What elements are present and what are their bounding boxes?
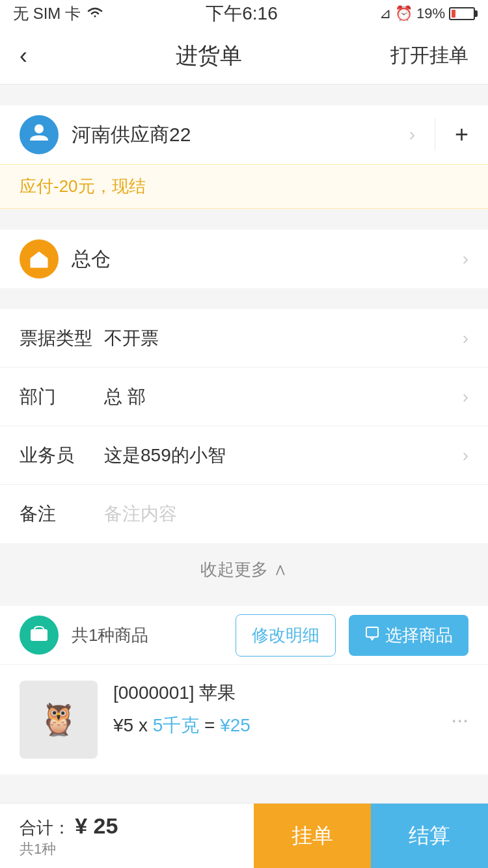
- svg-rect-2: [366, 627, 378, 637]
- warehouse-row[interactable]: 总仓 ›: [0, 230, 488, 288]
- product-more-button[interactable]: ···: [451, 708, 468, 732]
- supplier-avatar: [20, 115, 59, 154]
- salesperson-value: 这是859的小智: [104, 443, 463, 468]
- product-thumbnail: 🦉: [20, 681, 98, 759]
- product-price: ¥5 x 5千克 = ¥25: [113, 713, 435, 738]
- owl-icon: 🦉: [39, 701, 78, 738]
- product-name: [0000001] 苹果: [113, 681, 435, 705]
- notice-text: 应付-20元，现结: [20, 176, 146, 196]
- battery-percent: 19%: [416, 5, 445, 22]
- supplier-section: 河南供应商22 › + 应付-20元，现结: [0, 105, 488, 209]
- hold-button[interactable]: 挂单: [254, 804, 371, 868]
- supplier-name: 河南供应商22: [72, 122, 409, 148]
- total-line: 合计： ¥ 25: [20, 813, 254, 839]
- status-time: 下午6:16: [206, 1, 278, 26]
- dept-label: 部门: [20, 385, 104, 409]
- supplier-add-button[interactable]: +: [455, 121, 468, 148]
- status-bar: 无 SIM 卡 下午6:16 ⊿ ⏰ 19%: [0, 0, 488, 27]
- invoice-chevron-icon: ›: [463, 328, 468, 349]
- divider-2: [0, 209, 488, 219]
- collapse-label: 收起更多 ∧: [200, 558, 287, 581]
- invoice-row[interactable]: 票据类型 不开票 ›: [0, 309, 488, 368]
- divider-3: [0, 288, 488, 299]
- alarm-icon: ⏰: [395, 5, 413, 22]
- product-id: [0000001]: [113, 683, 199, 703]
- product-item: 🦉 [0000001] 苹果 ¥5 x 5千克 = ¥25 ···: [0, 664, 488, 774]
- remark-label: 备注: [20, 502, 104, 526]
- dept-value: 总 部: [104, 385, 463, 409]
- supplier-chevron-icon: ›: [409, 124, 415, 145]
- product-info: [0000001] 苹果 ¥5 x 5千克 = ¥25: [113, 681, 435, 738]
- salesperson-label: 业务员: [20, 443, 104, 468]
- supplier-divider: [435, 118, 435, 151]
- open-hold-button[interactable]: 打开挂单: [390, 42, 468, 69]
- salesperson-row[interactable]: 业务员 这是859的小智 ›: [0, 426, 488, 485]
- supplier-row[interactable]: 河南供应商22 › +: [0, 105, 488, 164]
- page-title: 进货单: [176, 41, 242, 71]
- remark-input[interactable]: 备注内容: [104, 502, 468, 526]
- wifi-icon: [86, 5, 104, 23]
- nav-bar: ‹ 进货单 打开挂单: [0, 27, 488, 85]
- equals-sign: =: [204, 715, 220, 735]
- total-amount: ¥ 25: [75, 813, 118, 838]
- product-total: ¥25: [220, 715, 251, 735]
- cart-icon-wrap: [20, 616, 59, 655]
- products-header: 共1种商品 修改明细 选择商品: [0, 606, 488, 664]
- salesperson-chevron-icon: ›: [463, 445, 468, 466]
- svg-rect-1: [31, 629, 47, 641]
- collapse-bar[interactable]: 收起更多 ∧: [0, 543, 488, 595]
- notice-bar: 应付-20元，现结: [0, 164, 488, 209]
- products-section: 共1种商品 修改明细 选择商品 🦉 [0000001] 苹果 ¥5 x: [0, 606, 488, 774]
- warehouse-section: 总仓 ›: [0, 230, 488, 288]
- divider-4: [0, 595, 488, 606]
- carrier-label: 无 SIM 卡: [13, 3, 81, 24]
- dept-row[interactable]: 部门 总 部 ›: [0, 368, 488, 426]
- battery-icon: [449, 7, 475, 20]
- product-title: 苹果: [199, 683, 236, 703]
- bottom-total: 合计： ¥ 25 共1种: [0, 804, 254, 868]
- divider-top: [0, 85, 488, 95]
- edit-detail-button[interactable]: 修改明细: [236, 614, 336, 657]
- total-sub: 共1种: [20, 839, 254, 859]
- svg-point-0: [34, 124, 44, 133]
- dept-chevron-icon: ›: [463, 387, 468, 407]
- bottom-bar: 合计： ¥ 25 共1种 挂单 结算: [0, 803, 488, 868]
- select-icon: [364, 625, 380, 645]
- invoice-label: 票据类型: [20, 326, 104, 351]
- location-icon: ⊿: [379, 5, 391, 22]
- products-count: 共1种商品: [72, 624, 223, 647]
- unit-price: ¥5: [113, 715, 133, 735]
- price-separator: x: [139, 715, 153, 735]
- quantity: 5千克: [153, 715, 200, 735]
- remark-row[interactable]: 备注 备注内容: [0, 485, 488, 543]
- checkout-button[interactable]: 结算: [371, 804, 488, 868]
- back-button[interactable]: ‹: [20, 42, 27, 70]
- person-icon: [28, 121, 50, 148]
- warehouse-icon-wrap: [20, 239, 59, 278]
- status-left: 无 SIM 卡: [13, 3, 104, 24]
- form-section: 票据类型 不开票 › 部门 总 部 › 业务员 这是859的小智 › 备注 备注…: [0, 309, 488, 543]
- select-product-label: 选择商品: [385, 624, 453, 647]
- status-right: ⊿ ⏰ 19%: [379, 5, 475, 22]
- total-label: 合计：: [20, 818, 70, 837]
- warehouse-name: 总仓: [72, 246, 463, 273]
- invoice-value: 不开票: [104, 326, 463, 351]
- warehouse-chevron-icon: ›: [463, 249, 468, 269]
- select-product-button[interactable]: 选择商品: [349, 615, 468, 656]
